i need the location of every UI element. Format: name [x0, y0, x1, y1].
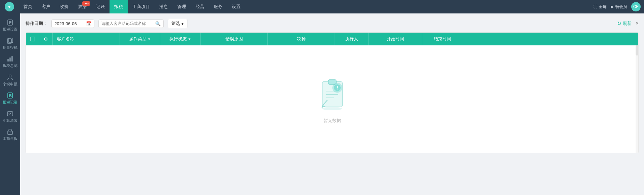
toolbar-right: ↻ 刷新 × — [617, 21, 639, 27]
th-start-time: 开始时间 — [369, 33, 422, 45]
scrollbar[interactable] — [636, 45, 638, 153]
scrollbar-thumb[interactable] — [636, 45, 638, 55]
table-body-empty: ! 暂无数据 — [26, 45, 638, 153]
fullscreen-btn[interactable]: ⛶ 全屏 — [593, 4, 607, 10]
logo-icon — [5, 2, 14, 11]
sidebar-label-huisuan-jiaona: 汇算清缴 — [3, 118, 17, 123]
search-icon[interactable]: 🔍 — [155, 21, 161, 26]
sidebar-item-geshui-shenbao[interactable]: 个税申报 — [0, 71, 20, 89]
close-button[interactable]: × — [636, 21, 639, 27]
filter-icon-status: ▼ — [188, 37, 191, 41]
nav-items: 首页 客户 收费 票据 new 记账 报税 工商项目 消息 管理 经营 服务 设… — [19, 0, 593, 13]
sidebar-label-baoshui-zonglang: 报税总览 — [3, 64, 17, 68]
date-label: 操作日期： — [26, 21, 47, 27]
nav-operation[interactable]: 经营 — [191, 0, 209, 13]
nav-invoice[interactable]: 票据 new — [73, 0, 91, 13]
nav-settings[interactable]: 设置 — [227, 0, 245, 13]
nav-right: ⛶ 全屏 ▶ 畅会员 CE — [593, 2, 641, 11]
svg-text:!: ! — [336, 85, 338, 90]
sidebar-icon-baoshui-shezhi — [6, 19, 14, 26]
sidebar: 报税设置 批量报税 报税总览 个税申报 — [0, 13, 20, 195]
empty-state: ! 暂无数据 — [315, 75, 349, 124]
th-executor: 执行人 — [335, 33, 369, 45]
svg-point-30 — [322, 107, 342, 110]
main-content: 操作日期： 2023-06-06 📅 🔍 筛选 ▾ ↻ 刷新 × — [20, 13, 644, 195]
sidebar-label-gongshang-nianbao: 工商年报 — [3, 136, 17, 141]
nav-business[interactable]: 工商项目 — [128, 0, 155, 13]
date-input[interactable]: 2023-06-06 📅 — [51, 20, 94, 28]
table-container: ⚙ 客户名称 操作类型 ▼ 执行状态 ▼ 错误原因 税种 执行人 — [26, 32, 639, 153]
svg-rect-9 — [9, 57, 11, 62]
sidebar-icon-baoshui-zonglang — [6, 55, 14, 63]
svg-rect-8 — [7, 59, 9, 62]
refresh-icon: ↻ — [617, 21, 621, 27]
sidebar-label-piliang-baoshui: 批量报税 — [3, 45, 17, 50]
sidebar-item-baoshui-shezhi[interactable]: 报税设置 — [0, 16, 20, 34]
empty-illustration: ! — [315, 75, 349, 114]
member-label: 畅会员 — [615, 4, 627, 10]
nav-tax[interactable]: 报税 — [110, 0, 128, 13]
refresh-label: 刷新 — [623, 21, 632, 27]
th-checkbox[interactable] — [26, 33, 39, 45]
sidebar-label-baoshui-jilu: 报税记录 — [3, 100, 17, 105]
svg-rect-10 — [11, 56, 13, 62]
nav-fee[interactable]: 收费 — [55, 0, 73, 13]
sidebar-item-gongshang-nianbao[interactable]: 工商年报 — [0, 125, 20, 144]
nav-home[interactable]: 首页 — [19, 0, 37, 13]
nav-message[interactable]: 消息 — [155, 0, 173, 13]
sidebar-label-baoshui-shezhi: 报税设置 — [3, 27, 17, 32]
th-operation-type: 操作类型 ▼ — [120, 33, 160, 45]
nav-accounting[interactable]: 记账 — [91, 0, 110, 13]
empty-text: 暂无数据 — [324, 118, 341, 124]
sidebar-item-huisuan-jiaona[interactable]: 汇算清缴 — [0, 107, 20, 125]
app-logo[interactable] — [3, 1, 15, 13]
filter-button[interactable]: 筛选 ▾ — [168, 19, 187, 28]
sidebar-item-baoshui-zonglang[interactable]: 报税总览 — [0, 52, 20, 71]
sidebar-icon-gongshang-nianbao — [6, 128, 14, 135]
sidebar-item-baoshui-jilu[interactable]: 报税记录 — [0, 89, 20, 107]
chevron-down-icon: ▾ — [181, 21, 184, 26]
sidebar-icon-baoshui-jilu — [6, 92, 14, 99]
th-customer-name: 客户名称 — [53, 33, 120, 45]
search-input[interactable] — [101, 21, 155, 26]
sidebar-icon-piliang-baoshui — [6, 37, 14, 44]
svg-point-1 — [8, 6, 10, 8]
sidebar-icon-huisuan-jiaona — [6, 110, 14, 117]
toolbar: 操作日期： 2023-06-06 📅 🔍 筛选 ▾ ↻ 刷新 × — [26, 19, 639, 28]
svg-point-16 — [11, 96, 12, 97]
th-error-reason: 错误原因 — [201, 33, 268, 45]
refresh-button[interactable]: ↻ 刷新 — [617, 21, 632, 27]
search-box: 🔍 — [98, 20, 164, 28]
sidebar-label-geshui-shenbao: 个税申报 — [3, 82, 17, 86]
table-header: ⚙ 客户名称 操作类型 ▼ 执行状态 ▼ 错误原因 税种 执行人 — [26, 33, 638, 45]
th-tax-type: 税种 — [268, 33, 335, 45]
calendar-icon: 📅 — [86, 21, 91, 26]
sidebar-item-piliang-baoshui[interactable]: 批量报税 — [0, 34, 20, 52]
th-end-time: 结束时间 — [422, 33, 463, 45]
nav-customer[interactable]: 客户 — [37, 0, 55, 13]
th-execution-status: 执行状态 ▼ — [160, 33, 201, 45]
sidebar-icon-geshui-shenbao — [6, 74, 14, 81]
svg-point-11 — [9, 75, 11, 77]
select-all-checkbox[interactable] — [30, 37, 35, 41]
nav-service[interactable]: 服务 — [209, 0, 227, 13]
user-avatar[interactable]: CE — [631, 2, 641, 11]
settings-gear-icon: ⚙ — [44, 36, 48, 42]
member-btn[interactable]: ▶ 畅会员 — [611, 4, 627, 10]
top-navigation: 首页 客户 收费 票据 new 记账 报税 工商项目 消息 管理 经营 服务 设… — [0, 0, 644, 13]
nav-manage[interactable]: 管理 — [173, 0, 191, 13]
new-badge: new — [82, 1, 90, 6]
video-icon: ▶ — [611, 4, 614, 9]
filter-label: 筛选 — [171, 21, 180, 27]
fullscreen-label: 全屏 — [599, 4, 607, 10]
fullscreen-icon: ⛶ — [593, 4, 597, 9]
date-field[interactable]: 2023-06-06 — [54, 21, 85, 26]
th-settings[interactable]: ⚙ — [39, 33, 53, 45]
filter-icon-operation: ▼ — [147, 37, 151, 41]
